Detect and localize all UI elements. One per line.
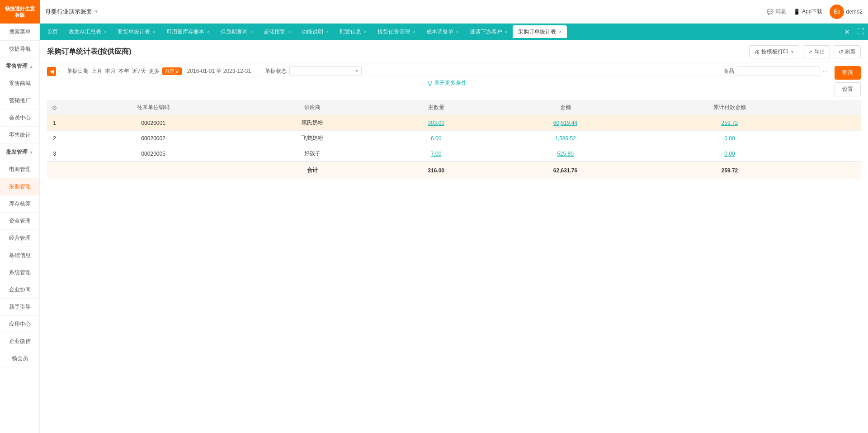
status-filter: 单据状态 bbox=[265, 66, 362, 76]
page-header: 采购订单统计表(按供应商) 🖨 按模板打印 ▼ ↗ 导出 ↺ 刷新 bbox=[40, 40, 868, 62]
export-icon: ↗ bbox=[808, 49, 812, 55]
tab-stock-summary[interactable]: 收发存汇总表 × bbox=[63, 25, 112, 38]
sidebar-item-chang-member[interactable]: 畅会员 bbox=[0, 350, 39, 367]
tab-pick-task[interactable]: 拣货任务管理 × bbox=[372, 25, 421, 38]
sidebar-item-app-center[interactable]: 应用中心 bbox=[0, 316, 39, 333]
user-profile[interactable]: Ea demo2 bbox=[830, 5, 863, 19]
cell-paid[interactable]: 259.72 bbox=[638, 115, 821, 131]
tab-home[interactable]: 首页 bbox=[42, 25, 63, 38]
close-icon[interactable]: × bbox=[364, 29, 367, 34]
cell-quantity[interactable]: 303.00 bbox=[380, 115, 492, 131]
sidebar-item-member-center[interactable]: 会员中心 bbox=[0, 109, 39, 127]
workspace-selector[interactable]: 母婴行业演示账套 ▼ bbox=[45, 8, 99, 16]
cell-index: 3 bbox=[47, 146, 62, 162]
close-icon[interactable]: × bbox=[559, 29, 561, 34]
close-tab-icon[interactable]: ✕ bbox=[842, 27, 852, 37]
message-label: 消息 bbox=[775, 8, 786, 15]
sidebar-item-business-mgmt[interactable]: 经营管理 bbox=[0, 230, 39, 247]
app-download-button[interactable]: 📱 App下载 bbox=[793, 8, 822, 15]
status-select-wrapper bbox=[289, 66, 362, 76]
close-icon[interactable]: × bbox=[288, 29, 291, 34]
sidebar-item-new-guide[interactable]: 新手引导 bbox=[0, 299, 39, 316]
sidebar-item-retail-stats[interactable]: 零售统计 bbox=[0, 127, 39, 144]
refresh-button[interactable]: ↺ 刷新 bbox=[834, 45, 861, 58]
cell-amount[interactable]: 525.80 bbox=[492, 146, 638, 162]
tab-available-stock[interactable]: 可用量库存账本 × bbox=[161, 25, 215, 38]
tab-shelf-life[interactable]: 保质期查询 × bbox=[215, 25, 259, 38]
close-icon[interactable]: × bbox=[250, 29, 253, 34]
sidebar-item-ecommerce[interactable]: 电商管理 bbox=[0, 161, 39, 178]
gear-icon[interactable]: ⚙ bbox=[52, 104, 57, 111]
tab-invite-customer[interactable]: 邀请下游客户 × bbox=[464, 25, 513, 38]
cell-code: 00020005 bbox=[62, 146, 245, 162]
sidebar-item-inventory[interactable]: 库存核算 bbox=[0, 195, 39, 213]
topbar-left: 母婴行业演示账套 ▼ bbox=[45, 8, 99, 16]
user-name: demo2 bbox=[846, 9, 863, 15]
date-link-this-year[interactable]: 本年 bbox=[118, 67, 129, 75]
settings-button[interactable]: 设置 bbox=[835, 82, 861, 96]
close-icon[interactable]: × bbox=[207, 29, 210, 34]
date-link-more[interactable]: 更多 bbox=[149, 67, 160, 75]
footer-empty1 bbox=[47, 162, 62, 179]
col-extra bbox=[821, 100, 861, 115]
tab-order-stats[interactable]: 要货单统计表 × bbox=[112, 25, 161, 38]
cell-amount[interactable]: 1,586.52 bbox=[492, 131, 638, 146]
cell-quantity[interactable]: 6.00 bbox=[380, 131, 492, 146]
expand-button[interactable]: ⋁ 展开更多条件 bbox=[428, 79, 467, 87]
close-icon[interactable]: × bbox=[153, 29, 156, 34]
close-icon[interactable]: × bbox=[413, 29, 415, 34]
tab-function-desc[interactable]: 功能说明 × bbox=[296, 25, 334, 38]
footer-empty2 bbox=[62, 162, 245, 179]
close-icon[interactable]: × bbox=[505, 29, 508, 34]
sidebar-item-wholesale-mgmt[interactable]: 批发管理 ▼ bbox=[0, 144, 39, 161]
tab-overstock[interactable]: 超储预警 × bbox=[258, 25, 296, 38]
filter-section: ◀ 单据日期 上月 本月 本年 近7天 更多 自定义 2016-01-01 至 … bbox=[40, 62, 868, 100]
cell-paid[interactable]: 0.00 bbox=[638, 146, 821, 162]
sidebar-item-retail-mall[interactable]: 零售商城 bbox=[0, 75, 39, 92]
message-button[interactable]: 💬 消息 bbox=[767, 8, 786, 15]
sidebar-item-enterprise-collab[interactable]: 企业协同 bbox=[0, 281, 39, 299]
tab-config[interactable]: 配置信息 × bbox=[334, 25, 372, 38]
footer-extra bbox=[821, 162, 861, 179]
cell-amount[interactable]: 60,519.44 bbox=[492, 115, 638, 131]
sidebar-item-system-mgmt[interactable]: 系统管理 bbox=[0, 264, 39, 281]
sidebar-item-purchase-mgmt[interactable]: 采购管理 bbox=[0, 178, 39, 195]
sidebar-item-retail-mgmt[interactable]: 零售管理 ▲ bbox=[0, 58, 39, 75]
date-link-last-month[interactable]: 上月 bbox=[91, 67, 102, 75]
query-button[interactable]: 查询 bbox=[835, 66, 861, 80]
print-button[interactable]: 🖨 按模板打印 ▼ bbox=[749, 45, 799, 58]
export-button[interactable]: ↗ 导出 bbox=[803, 45, 830, 58]
tab-label-config: 配置信息 bbox=[340, 28, 361, 36]
date-link-7days[interactable]: 近7天 bbox=[132, 67, 146, 75]
goods-label: 商品 bbox=[723, 67, 734, 75]
goods-input[interactable] bbox=[737, 66, 820, 76]
sidebar-item-quick-nav[interactable]: 快捷导航 bbox=[0, 41, 39, 58]
cell-code: 00020002 bbox=[62, 131, 245, 146]
close-icon[interactable]: × bbox=[104, 29, 107, 34]
collapse-button[interactable]: ◀ bbox=[47, 67, 56, 76]
cell-extra bbox=[821, 115, 861, 131]
cell-paid[interactable]: 0.00 bbox=[638, 131, 821, 146]
cell-extra bbox=[821, 131, 861, 146]
sidebar-item-basic-info[interactable]: 基础信息 bbox=[0, 247, 39, 264]
chevron-down-icon4: ▼ bbox=[790, 50, 794, 54]
sidebar-item-marketing[interactable]: 营销推广 bbox=[0, 92, 39, 109]
expand-more-conditions: ⋁ 展开更多条件 bbox=[67, 76, 827, 90]
date-link-this-month[interactable]: 本月 bbox=[105, 67, 116, 75]
footer-quantity: 316.00 bbox=[380, 162, 492, 179]
tab-label-invite: 邀请下游客户 bbox=[470, 28, 502, 36]
date-custom-badge[interactable]: 自定义 bbox=[162, 67, 182, 75]
sidebar-item-search[interactable]: 搜索菜单 bbox=[0, 24, 39, 41]
close-icon[interactable]: × bbox=[326, 29, 329, 34]
page-actions: 🖨 按模板打印 ▼ ↗ 导出 ↺ 刷新 bbox=[749, 45, 861, 58]
close-icon[interactable]: × bbox=[456, 29, 459, 34]
tab-cost-adjust[interactable]: 成本调整单 × bbox=[421, 25, 464, 38]
sidebar-item-finance[interactable]: 资金管理 bbox=[0, 213, 39, 230]
status-select[interactable] bbox=[289, 66, 362, 76]
col-settings: ⚙ bbox=[47, 100, 62, 115]
cell-quantity[interactable]: 7.00 bbox=[380, 146, 492, 162]
more-icon[interactable]: ··· bbox=[823, 68, 827, 74]
sidebar-item-enterprise-wechat[interactable]: 企业微信 bbox=[0, 333, 39, 350]
maximize-icon[interactable]: ⛶ bbox=[855, 27, 866, 37]
tab-purchase-stats[interactable]: 采购订单统计表 × bbox=[513, 25, 567, 38]
